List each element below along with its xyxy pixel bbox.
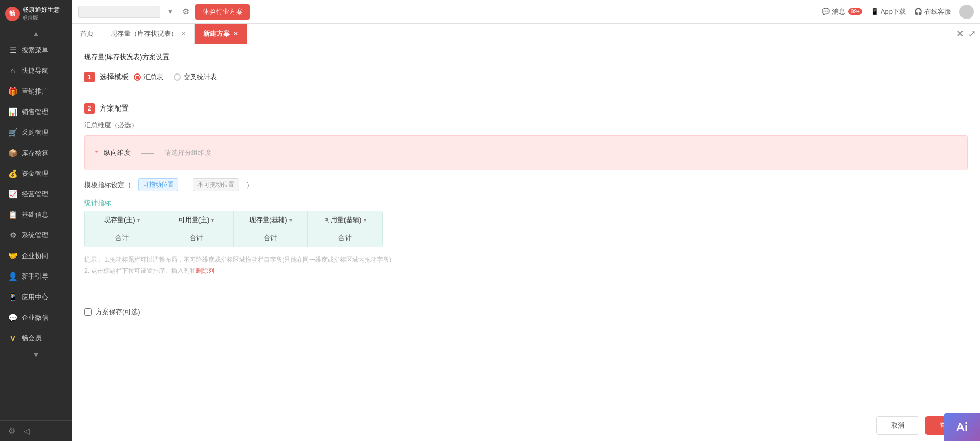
tab-home[interactable]: 首页 — [72, 24, 102, 44]
radio-summary-circle — [134, 74, 141, 81]
sidebar-item-marketing[interactable]: 🎁 营销推广 — [0, 81, 72, 102]
collab-icon: 🤝 — [8, 251, 17, 261]
stats-data-2: 合计 — [234, 229, 308, 247]
stats-col-2: 现存量(基辅) ▾ 合计 — [234, 211, 308, 247]
wechat-icon: 💬 — [8, 313, 17, 322]
save-checkbox[interactable] — [84, 308, 92, 316]
sidebar-item-corp-collab[interactable]: 🤝 企业协同 — [0, 246, 72, 266]
inventory-icon: 📦 — [8, 149, 17, 158]
divider1 — [84, 95, 968, 95]
headset-icon: 🎧 — [914, 8, 922, 15]
non-draggable-tag: 不可拖动位置 — [193, 178, 239, 191]
sidebar-item-newbie[interactable]: 👤 新手引导 — [0, 266, 72, 287]
stats-header-2[interactable]: 现存量(基辅) ▾ — [234, 211, 308, 229]
experience-btn[interactable]: 体验行业方案 — [195, 4, 250, 20]
user-avatar[interactable] — [959, 5, 974, 19]
app-center-icon: 📱 — [8, 292, 17, 302]
tab-new-plan[interactable]: 新建方案 × — [195, 24, 247, 44]
tab-inventory-close[interactable]: × — [180, 30, 186, 38]
section-config: 2 方案配置 汇总维度（必选） * 纵向维度 —— 请选择分组维度 模板指标设定… — [84, 103, 968, 277]
stats-section-label: 统计指标 — [84, 198, 968, 208]
tab-new-plan-close[interactable]: × — [233, 30, 239, 38]
dimension-placeholder: 请选择分组维度 — [165, 148, 211, 157]
tip-1: 提示： 1.拖动标题栏可以调整布局，不可跨维度或指标区域拖动栏目字段(只能在同一… — [84, 254, 968, 266]
operations-icon: 📈 — [8, 190, 17, 199]
save-option-label: 方案保存(可选) — [96, 307, 140, 317]
cancel-button[interactable]: 取消 — [876, 416, 919, 435]
stats-header-3[interactable]: 可用量(基辅) ▾ — [308, 211, 382, 229]
stats-col2-label: 现存量(基辅) — [249, 215, 287, 225]
stats-col3-label: 可用量(基辅) — [324, 215, 362, 225]
online-service-btn[interactable]: 🎧 在线客服 — [914, 7, 951, 16]
stats-col1-label: 可用量(主) — [178, 215, 210, 225]
ai-button[interactable]: Ai — [944, 413, 980, 441]
tab-expand-icon[interactable]: ⤢ — [968, 28, 976, 40]
sidebar-item-search[interactable]: ☰ 搜索菜单 — [0, 40, 72, 61]
divider2 — [84, 289, 968, 289]
new-plan-tab-label: 新建方案 — [203, 29, 230, 39]
sidebar-scroll-down[interactable]: ▼ — [0, 348, 72, 360]
home-tab-label: 首页 — [80, 29, 94, 39]
tab-inventory[interactable]: 现存量（库存状况表） × — [102, 24, 195, 44]
search-input[interactable] — [78, 6, 160, 18]
tips-section: 提示： 1.拖动标题栏可以调整布局，不可跨维度或指标区域拖动栏目字段(只能在同一… — [84, 254, 968, 277]
sidebar-item-quicknav[interactable]: ⌂ 快捷导航 — [0, 61, 72, 81]
dimension-name: 纵向维度 — [104, 148, 131, 157]
app-version: 标准版 — [23, 14, 60, 22]
finance-icon: 💰 — [8, 169, 17, 178]
sidebar-item-app-center[interactable]: 📱 应用中心 — [0, 287, 72, 307]
sidebar-item-operations[interactable]: 📈 经营管理 — [0, 184, 72, 205]
main-area: ▼ ⚙ 体验行业方案 💬 消息 99+ 📱 App下载 🎧 在线客服 首页 — [72, 0, 980, 441]
sidebar-item-inventory[interactable]: 📦 库存核算 — [0, 143, 72, 163]
radio-summary[interactable]: 汇总表 — [134, 72, 164, 82]
dimension-dash: —— — [141, 149, 154, 157]
stats-col-3: 可用量(基辅) ▾ 合计 — [308, 211, 382, 247]
stats-data-0: 合计 — [85, 229, 159, 247]
stats-col-1: 可用量(主) ▾ 合计 — [159, 211, 234, 247]
sidebar-item-purchase[interactable]: 🛒 采购管理 — [0, 122, 72, 143]
sidebar-item-system[interactable]: ⚙ 系统管理 — [0, 225, 72, 246]
logo-icon: 畅 — [5, 7, 20, 21]
radio-cross-circle — [174, 74, 181, 81]
tip-2: 2. 点击标题栏下拉可设置排序、插入列和删除列 — [84, 266, 968, 277]
gear-icon[interactable]: ⚙ — [180, 6, 191, 17]
section-template: 1 选择模板 汇总表 交叉统计表 — [84, 72, 968, 82]
sound-icon[interactable]: ◁ — [24, 426, 30, 436]
stats-data-3: 合计 — [308, 229, 382, 247]
topbar: ▼ ⚙ 体验行业方案 💬 消息 99+ 📱 App下载 🎧 在线客服 — [72, 0, 980, 24]
radio-cross-label: 交叉统计表 — [184, 72, 217, 82]
sidebar-item-wechat[interactable]: 💬 企业微信 — [0, 307, 72, 328]
app-download-btn[interactable]: 📱 App下载 — [870, 7, 906, 16]
sidebar-item-sales[interactable]: 📊 销售管理 — [0, 102, 72, 122]
sidebar-item-basic-info[interactable]: 📋 基础信息 — [0, 205, 72, 225]
dimension-box[interactable]: * 纵向维度 —— 请选择分组维度 — [84, 135, 968, 170]
metrics-setting: 模板指标设定（ 可拖动位置 不可拖动位置 ） — [84, 178, 968, 191]
search-dropdown-icon[interactable]: ▼ — [165, 6, 176, 17]
sidebar-scroll-up[interactable]: ▲ — [0, 28, 72, 40]
sidebar: 畅 畅康通好生意 标准版 ▲ ☰ 搜索菜单 ⌂ 快捷导航 🎁 营销推广 📊 销售… — [0, 0, 72, 441]
stats-data-1: 合计 — [159, 229, 233, 247]
panel-bottom: 方案保存(可选) — [84, 300, 968, 317]
radio-cross[interactable]: 交叉统计表 — [174, 72, 217, 82]
newbie-icon: 👤 — [8, 272, 17, 281]
stats-col1-chevron: ▾ — [211, 217, 214, 223]
section1-label: 选择模板 — [100, 72, 129, 82]
stats-header-0[interactable]: 现存量(主) ▾ — [85, 211, 159, 229]
section1-num: 1 — [84, 72, 95, 82]
stats-header-1[interactable]: 可用量(主) ▾ — [159, 211, 233, 229]
tab-close-icon[interactable]: ✕ — [956, 28, 964, 40]
search-menu-icon: ☰ — [8, 46, 17, 55]
metrics-setting-end: ） — [246, 180, 253, 190]
settings-icon[interactable]: ⚙ — [8, 426, 15, 436]
topbar-right: 💬 消息 99+ 📱 App下载 🎧 在线客服 — [822, 5, 974, 19]
panel-title: 现存量(库存状况表)方案设置 — [84, 52, 968, 62]
radio-summary-label: 汇总表 — [143, 72, 164, 82]
main-panel: 现存量(库存状况表)方案设置 1 选择模板 汇总表 交叉统计表 — [72, 44, 980, 410]
sidebar-item-member[interactable]: V 畅会员 — [0, 328, 72, 348]
dimension-section-label: 汇总维度（必选） — [84, 121, 968, 130]
stats-table-header: 现存量(主) ▾ 合计 可用量(主) ▾ 合计 — [85, 211, 382, 247]
message-btn[interactable]: 💬 消息 99+ — [822, 7, 862, 16]
dimension-required-mark: * — [95, 149, 98, 157]
sidebar-item-finance[interactable]: 💰 资金管理 — [0, 163, 72, 184]
stats-col0-chevron: ▾ — [137, 217, 140, 223]
